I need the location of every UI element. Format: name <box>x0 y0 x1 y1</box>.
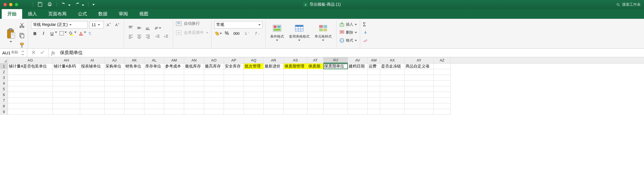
cell[interactable] <box>105 81 124 86</box>
cell[interactable] <box>124 109 144 115</box>
cell[interactable] <box>368 92 380 98</box>
cell[interactable] <box>8 109 53 115</box>
cell[interactable] <box>8 103 53 109</box>
cell[interactable] <box>405 81 434 86</box>
cell[interactable] <box>323 86 348 92</box>
row-header[interactable]: 6 <box>0 92 8 98</box>
cell[interactable] <box>348 103 368 109</box>
cell[interactable] <box>164 69 184 75</box>
cell[interactable] <box>308 86 323 92</box>
tab-home[interactable]: 开始 <box>2 9 22 19</box>
cell[interactable]: 保质期管理 <box>284 64 308 69</box>
cell[interactable]: 保质期 <box>308 64 323 69</box>
column-header[interactable]: AJ <box>105 57 124 63</box>
cell[interactable] <box>204 92 224 98</box>
cell[interactable] <box>308 92 323 98</box>
cell[interactable] <box>284 103 308 109</box>
cell[interactable] <box>204 109 224 115</box>
cell[interactable] <box>405 69 434 75</box>
cell[interactable] <box>53 98 80 103</box>
cell[interactable] <box>380 92 405 98</box>
column-header[interactable]: AO <box>204 57 224 63</box>
cell[interactable] <box>53 75 80 81</box>
cell[interactable] <box>105 75 124 81</box>
cell[interactable] <box>308 98 323 103</box>
cell[interactable] <box>144 109 164 115</box>
cell[interactable] <box>348 98 368 103</box>
cell[interactable] <box>124 69 144 75</box>
cell[interactable] <box>434 109 451 115</box>
cell[interactable] <box>164 86 184 92</box>
cell[interactable] <box>53 86 80 92</box>
cell[interactable] <box>80 109 105 115</box>
insert-cells-button[interactable]: 插入 <box>339 21 357 28</box>
cell[interactable] <box>8 75 53 81</box>
cell[interactable]: 运费 <box>368 64 380 69</box>
cell[interactable] <box>204 81 224 86</box>
row-header[interactable]: 5 <box>0 86 8 92</box>
cell[interactable] <box>368 103 380 109</box>
cell[interactable] <box>164 98 184 103</box>
cell[interactable] <box>164 81 184 86</box>
decrease-font-size-button[interactable]: A <box>113 21 121 28</box>
accept-formula-button[interactable] <box>40 50 44 56</box>
format-as-table-button[interactable]: 套用表格格式 <box>287 23 311 42</box>
cell[interactable] <box>164 75 184 81</box>
cell[interactable] <box>53 103 80 109</box>
column-header[interactable]: AL <box>144 57 164 63</box>
cell[interactable]: 报表辅单位 <box>80 64 105 69</box>
cell[interactable] <box>348 86 368 92</box>
comma-button[interactable]: 000 <box>231 30 242 37</box>
cell[interactable] <box>224 81 244 86</box>
cell[interactable] <box>323 109 348 115</box>
row-header[interactable]: 9 <box>0 109 8 115</box>
cell[interactable] <box>323 75 348 81</box>
cell[interactable] <box>308 109 323 115</box>
cell[interactable] <box>284 69 308 75</box>
name-box[interactable]: AU1 <box>0 49 27 57</box>
cell[interactable] <box>184 109 204 115</box>
cell[interactable] <box>380 109 405 115</box>
cell[interactable]: 是否走冻链 <box>380 64 405 69</box>
cell[interactable] <box>224 69 244 75</box>
cell[interactable] <box>124 103 144 109</box>
maximize-window-button[interactable] <box>15 3 18 6</box>
cell[interactable] <box>434 75 451 81</box>
cell[interactable] <box>105 86 124 92</box>
delete-cells-button[interactable]: 删除 <box>339 29 357 36</box>
cell[interactable] <box>184 92 204 98</box>
cell[interactable] <box>348 92 368 98</box>
cell[interactable] <box>284 86 308 92</box>
cell[interactable] <box>164 109 184 115</box>
cell[interactable] <box>284 92 308 98</box>
cell[interactable] <box>323 69 348 75</box>
align-right-button[interactable] <box>144 33 152 40</box>
cell[interactable] <box>144 75 164 81</box>
column-header[interactable]: AK <box>124 57 144 63</box>
cell[interactable] <box>434 103 451 109</box>
cell[interactable] <box>368 81 380 86</box>
cell[interactable] <box>80 103 105 109</box>
redo-icon[interactable] <box>74 1 80 8</box>
cell[interactable] <box>8 98 53 103</box>
cell[interactable] <box>244 86 264 92</box>
cell[interactable]: 安全库存 <box>224 64 244 69</box>
cell[interactable] <box>264 109 284 115</box>
cell[interactable] <box>380 98 405 103</box>
cell[interactable] <box>53 92 80 98</box>
cell[interactable] <box>434 81 451 86</box>
cell[interactable] <box>144 103 164 109</box>
cell[interactable] <box>204 75 224 81</box>
cut-button[interactable] <box>19 22 25 29</box>
qat-customize-icon[interactable] <box>92 4 95 5</box>
cell[interactable] <box>184 75 204 81</box>
cell[interactable] <box>8 69 53 75</box>
cell[interactable] <box>244 75 264 81</box>
cell[interactable] <box>323 103 348 109</box>
cell[interactable] <box>80 98 105 103</box>
cell[interactable] <box>368 75 380 81</box>
row-header[interactable]: 7 <box>0 98 8 103</box>
cell[interactable] <box>323 81 348 86</box>
cell[interactable]: 最高库存 <box>204 64 224 69</box>
align-top-button[interactable] <box>127 24 135 32</box>
